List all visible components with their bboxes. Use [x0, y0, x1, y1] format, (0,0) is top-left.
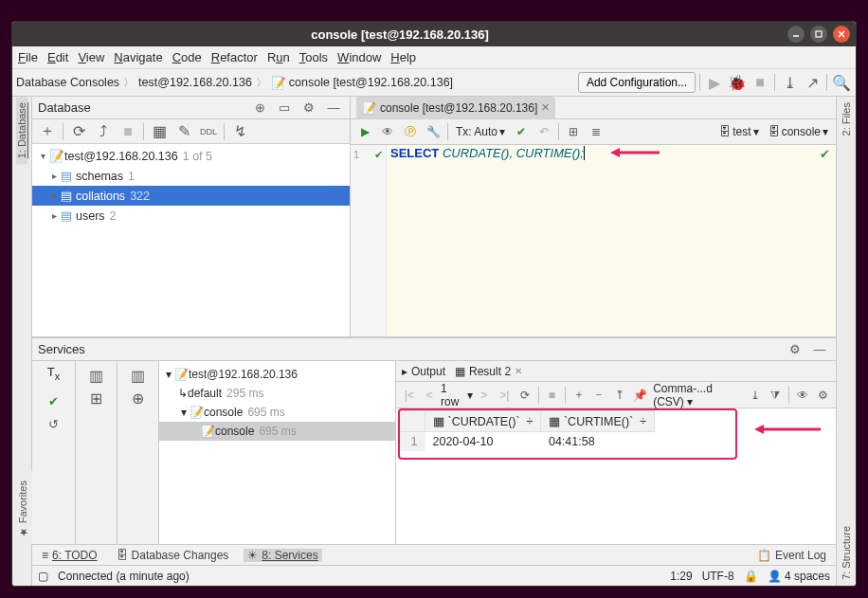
svc-node-root[interactable]: ▾📝 test@192.168.20.136 [159, 365, 395, 384]
status-encoding[interactable]: UTF-8 [702, 570, 734, 583]
stop-icon[interactable]: ■ [750, 72, 770, 93]
col-curtime[interactable]: ▦ `CURTIME()` ÷ [541, 411, 655, 432]
services-hide-icon[interactable]: — [809, 339, 830, 360]
submit-icon[interactable]: ⤒ [610, 385, 629, 406]
svc-node-console[interactable]: ▾📝 console 695 ms [159, 403, 395, 422]
execute-icon[interactable]: ▶ [354, 121, 375, 142]
menu-code[interactable]: Code [172, 50, 202, 64]
explain-icon[interactable]: 👁 [377, 121, 398, 142]
tab-db-changes[interactable]: 🗄 Database Changes [113, 549, 233, 562]
menu-refactor[interactable]: Refactor [211, 50, 258, 64]
services-settings-icon[interactable]: ⚙ [785, 339, 805, 360]
execute-plan-icon[interactable]: Ⓟ [400, 121, 421, 142]
vcs-icon[interactable]: ⤓ [779, 72, 800, 93]
breadcrumb-root[interactable]: Database Consoles [16, 76, 119, 89]
tab-services[interactable]: ☀ 8: Services [244, 549, 321, 562]
minimize-button[interactable] [787, 26, 805, 43]
menu-help[interactable]: Help [390, 50, 416, 64]
tree-layout-icon[interactable]: ⊞ [86, 388, 107, 408]
tree-collations[interactable]: ▸▤collations322 [32, 186, 350, 206]
menu-window[interactable]: Window [337, 50, 381, 64]
last-page-icon[interactable]: >| [496, 385, 515, 406]
menu-tools[interactable]: Tools [299, 50, 328, 64]
add-configuration-button[interactable]: Add Configuration... [578, 72, 696, 93]
search-icon[interactable]: 🔍 [831, 72, 852, 93]
output-icon[interactable]: ⊞ [563, 121, 584, 142]
debug-icon[interactable]: 🐞 [727, 72, 748, 93]
expand-icon[interactable]: ▭ [274, 98, 295, 118]
tree-users[interactable]: ▸▤users2 [32, 206, 350, 226]
ddl-icon[interactable]: DDL [197, 121, 220, 142]
edit-data-icon[interactable]: ✎ [172, 121, 195, 142]
settings-icon[interactable]: ⚙ [298, 98, 319, 118]
status-caret-pos[interactable]: 1:29 [670, 570, 692, 583]
svc-node-default[interactable]: ↳default 295 ms [159, 384, 395, 403]
add-row-icon[interactable]: ＋ [570, 385, 588, 406]
maximize-button[interactable] [810, 26, 827, 43]
status-indent[interactable]: 👤 4 spaces [768, 570, 830, 583]
status-collapse-icon[interactable]: ▢ [38, 570, 48, 583]
editor-tab-console[interactable]: 📝 console [test@192.168.20.136] ✕ [356, 97, 555, 119]
view2-icon[interactable]: ⊕ [128, 388, 149, 408]
export-format-combo[interactable]: Comma-...d (CSV) ▾ [653, 382, 744, 408]
rail-tab-database[interactable]: 1: Database [16, 97, 27, 164]
status-readonly-icon[interactable]: 🔒 [744, 570, 758, 583]
prev-page-icon[interactable]: < [421, 385, 440, 406]
menu-edit[interactable]: Edit [47, 50, 68, 64]
stop-result-icon[interactable]: ■ [543, 385, 562, 406]
tab-event-log[interactable]: 📋 Event Log [753, 549, 830, 562]
filter-result-icon[interactable]: ⧩ [767, 385, 786, 406]
sql-editor[interactable]: 1✔ SELECT CURDATE(), CURTIME(); ✔ [351, 145, 836, 336]
data-views-icon[interactable]: ▦ [148, 121, 171, 142]
menu-view[interactable]: View [78, 50, 104, 64]
rollback-icon[interactable]: ↶ [533, 121, 554, 142]
menu-navigate[interactable]: Navigate [114, 50, 162, 64]
jump-to-console-icon[interactable]: ⤴ [92, 121, 115, 142]
rail-tab-files[interactable]: 2: Files [841, 97, 852, 141]
result-settings-icon[interactable]: ⚙ [814, 385, 833, 406]
schema-combo[interactable]: 🗄 console ▾ [765, 125, 832, 138]
first-page-icon[interactable]: |< [400, 385, 419, 406]
view1-icon[interactable]: ▥ [128, 365, 149, 386]
tab-todo[interactable]: ≡ 6: TODO [38, 549, 101, 562]
tree-root[interactable]: ▾📝 test@192.168.20.1361 of 5 [32, 146, 350, 166]
new-datasource-icon[interactable]: ＋ [36, 121, 59, 142]
branch-icon[interactable]: ↗ [802, 72, 823, 93]
del-row-icon[interactable]: － [590, 385, 609, 406]
download-icon[interactable]: ⤓ [746, 385, 765, 406]
tx-filter-label: Tx [47, 365, 60, 382]
window-title: console [test@192.168.20.136] [18, 27, 782, 42]
console-icon[interactable]: ≣ [586, 121, 606, 142]
tree-collapse-icon[interactable]: ▥ [86, 365, 107, 386]
menu-file[interactable]: File [18, 50, 38, 64]
datasource-combo[interactable]: 🗄 test ▾ [715, 125, 762, 138]
settings2-icon[interactable]: 🔧 [423, 121, 443, 142]
rail-tab-structure[interactable]: 7: Structure [841, 520, 852, 586]
col-curdate[interactable]: ▦ `CURDATE()` ÷ [425, 411, 541, 432]
menu-run[interactable]: Run [267, 50, 290, 64]
svc-commit-icon[interactable]: ✔ [44, 391, 64, 412]
run-icon[interactable]: ▶ [704, 72, 725, 93]
svc-node-console-child[interactable]: 📝 console 695 ms [159, 422, 395, 441]
tab-output[interactable]: ▸ Output [402, 365, 445, 378]
svc-rollback-icon[interactable]: ↺ [44, 414, 64, 435]
reload-icon[interactable]: ⟳ [515, 385, 534, 406]
result-row-1[interactable]: 1 2020-04-10 04:41:58 [399, 432, 655, 452]
stop-icon[interactable]: ■ [117, 121, 139, 142]
breadcrumb-console[interactable]: 📝 console [test@192.168.20.136] [271, 76, 453, 90]
next-page-icon[interactable]: > [475, 385, 494, 406]
close-button[interactable] [833, 26, 850, 43]
hide-icon[interactable]: — [323, 98, 344, 118]
view-mode-icon[interactable]: 👁 [793, 385, 812, 406]
sync-icon[interactable]: ⟳ [67, 121, 90, 142]
tx-mode-combo[interactable]: Tx: Auto ▾ [452, 125, 509, 138]
rail-tab-favorites[interactable]: ★ Favorites [16, 475, 28, 544]
tree-schemas[interactable]: ▸▤schemas1 [32, 166, 350, 186]
close-tab-icon[interactable]: ✕ [541, 101, 550, 114]
pin-icon[interactable]: 📌 [631, 385, 650, 406]
target-icon[interactable]: ⊕ [249, 98, 270, 118]
filter-icon[interactable]: ↯ [228, 121, 251, 142]
breadcrumb-datasource[interactable]: test@192.168.20.136 [138, 76, 252, 89]
tab-result2[interactable]: ▦ Result 2 ✕ [455, 365, 522, 378]
commit-icon[interactable]: ✔ [511, 121, 532, 142]
